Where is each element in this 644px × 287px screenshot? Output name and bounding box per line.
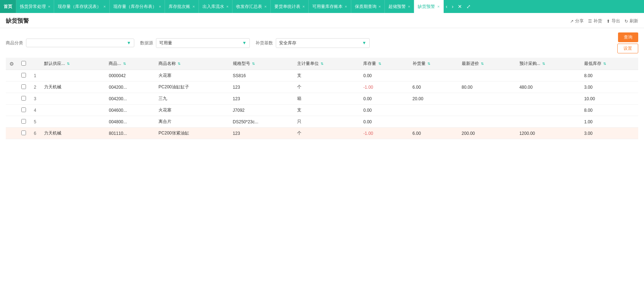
row-min-stock: 1.00 [580,116,638,128]
th-default-supplier[interactable]: 默认供应... ⇅ [40,58,105,70]
tab-inventory-batch[interactable]: 库存批次账 × [165,0,199,13]
th-product-code[interactable]: 商品... ⇅ [105,58,155,70]
row-checkbox[interactable] [21,107,26,112]
tab-scroll-right[interactable]: › [449,0,456,13]
tab-overstock-warning[interactable]: 超储预警 × [385,0,414,13]
th-latest-price-label: 最新进价 [462,61,479,66]
row-supplier [40,93,105,105]
row-stock: 0.00 [360,70,409,81]
close-icon[interactable]: × [226,4,229,9]
tab-inventory-batch-label: 库存批次账 [169,4,190,10]
close-icon[interactable]: × [437,4,439,9]
row-latest-price [458,105,516,116]
table-row: 1 0000042 火花塞 SS816 支 0.00 8.00 [6,70,638,81]
close-icon[interactable]: × [48,4,50,9]
export-icon: ⬆ [606,19,610,24]
row-name: 三九 [155,93,229,105]
select-all-checkbox[interactable] [21,61,26,66]
share-button[interactable]: ↗ 分享 [570,18,584,24]
row-checkbox-cell[interactable] [18,93,30,105]
th-replenish-qty[interactable]: 补货量 ⇅ [409,58,458,70]
tab-purchase-anomaly[interactable]: 拣货异常处理 × [16,0,54,13]
th-spec[interactable]: 规格型号 ⇅ [229,58,293,70]
tab-inout-flow[interactable]: 出入库流水 × [199,0,232,13]
tab-avail-inventory[interactable]: 可用量库存账本 × [309,0,351,13]
row-replenish: 20.00 [409,93,458,105]
close-icon[interactable]: × [264,4,266,9]
query-button[interactable]: 查询 [618,32,638,42]
replenish-icon: ☰ [588,19,592,24]
tab-scroll-left[interactable]: ‹ [444,0,450,13]
tab-expiry-query[interactable]: 保质期查询 × [351,0,385,13]
table-header-row: ⚙ 默认供应... ⇅ 商品... ⇅ 商品名称 [6,58,638,70]
tab-inout-flow-label: 出入库流水 [203,4,224,10]
tab-shortage-warning[interactable]: 缺货预警 × [414,0,443,13]
tab-inventory-status[interactable]: 现存量（库存状况表） × [54,0,109,13]
row-supplier: 力天机械 [40,81,105,93]
tab-home-label: 首页 [4,4,12,10]
tab-inventory-dist[interactable]: 现存量（库存分布表） × [110,0,165,13]
th-checkbox[interactable] [18,58,30,70]
th-min-stock[interactable]: 最低库存 ⇅ [580,58,638,70]
datasource-select[interactable]: 可用量 ▼ [156,38,250,48]
gear-icon[interactable]: ⚙ [9,61,14,67]
row-name: PC200张紧油缸 [155,128,229,139]
th-est-purchase[interactable]: 预计采购... ⇅ [516,58,580,70]
refresh-icon: ↻ [625,19,628,24]
row-spec: SS816 [229,70,293,81]
th-replenish-qty-label: 补货量 [413,61,426,66]
row-spec: 123 [229,93,293,105]
close-icon[interactable]: × [379,4,381,9]
th-product-name-label: 商品名称 [158,61,176,66]
category-filter-group: 商品分类 ▼ [6,39,134,47]
sort-icon: ⇅ [252,62,255,66]
th-unit[interactable]: 主计量单位 ⇅ [293,58,360,70]
replenish-base-filter-group: 补货基数 安全库存 ▼ [256,38,370,48]
row-code: 004200... [105,81,155,93]
replenish-button[interactable]: ☰ 补货 [588,18,602,24]
close-icon[interactable]: × [192,4,195,9]
row-checkbox-cell[interactable] [18,70,30,81]
close-icon[interactable]: × [103,4,105,9]
close-icon[interactable]: × [303,4,305,9]
chevron-down-icon: ▼ [242,40,247,45]
row-checkbox-cell[interactable] [18,105,30,116]
row-checkbox[interactable] [21,119,26,124]
sort-icon: ⇅ [427,62,430,66]
tab-bar: 首页 拣货异常处理 × 现存量（库存状况表） × 现存量（库存分布表） × 库存… [0,0,644,13]
refresh-label: 刷新 [630,18,638,24]
row-checkbox-cell[interactable] [18,116,30,128]
row-checkbox[interactable] [21,73,26,78]
tab-maximize[interactable]: ⤢ [464,0,473,13]
row-est-purchase [516,93,580,105]
row-checkbox[interactable] [21,96,26,101]
row-gear-cell [6,105,18,116]
tab-inventory-status-label: 现存量（库存状况表） [58,4,101,10]
setting-button[interactable]: 设置 [617,44,638,53]
tab-recv-summary[interactable]: 收发存汇总表 × [232,0,270,13]
row-checkbox-cell[interactable] [18,81,30,93]
category-select[interactable]: ▼ [26,39,134,47]
th-gear[interactable]: ⚙ [6,58,18,70]
tab-demand-stats[interactable]: 要货单统计表 × [271,0,309,13]
row-replenish: 6.00 [409,128,458,139]
row-checkbox-cell[interactable] [18,128,30,139]
tab-home[interactable]: 首页 [0,0,16,13]
row-checkbox[interactable] [21,131,26,135]
close-icon[interactable]: × [408,4,410,9]
th-latest-price[interactable]: 最新进价 ⇅ [458,58,516,70]
row-est-purchase: 480.00 [516,81,580,93]
tab-close-current[interactable]: ✕ [456,0,464,13]
refresh-button[interactable]: ↻ 刷新 [625,18,638,24]
row-supplier: 力天机械 [40,128,105,139]
th-product-name[interactable]: 商品名称 ⇅ [155,58,229,70]
th-stock-qty[interactable]: 库存量 ⇅ [360,58,409,70]
row-checkbox[interactable] [21,84,26,89]
sort-icon: ⇅ [67,62,70,66]
export-button[interactable]: ⬆ 导出 [606,18,620,24]
close-icon[interactable]: × [345,4,347,9]
replenish-base-select[interactable]: 安全库存 ▼ [276,38,370,48]
row-num: 6 [30,128,40,139]
row-name: 离合片 [155,116,229,128]
close-icon[interactable]: × [159,4,161,9]
